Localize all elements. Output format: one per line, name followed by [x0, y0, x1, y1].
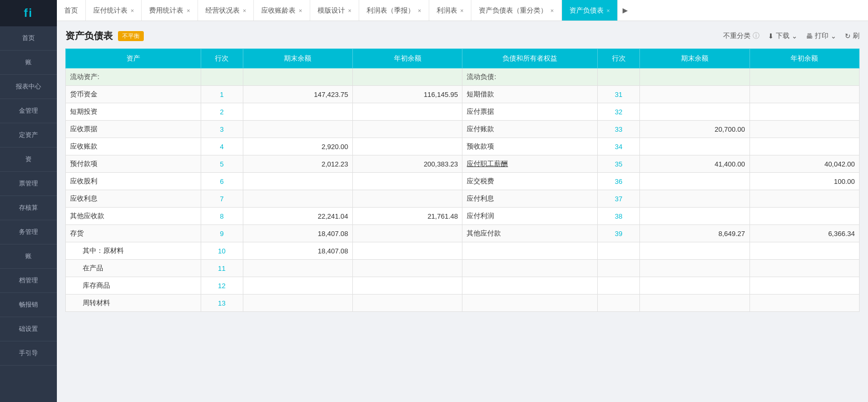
sidebar-item-settings[interactable]: 础设置	[0, 317, 57, 341]
row-num-left: 6	[201, 173, 243, 190]
begin-amount-left: 200,383.23	[353, 155, 462, 173]
end-amount-left: 147,423.75	[243, 86, 352, 103]
sidebar: fi 首页 账 报表中心 金管理 定资产 资 票管理 存核算 务管理 账 档管理…	[0, 0, 57, 402]
row-num-right: 36	[597, 173, 639, 190]
tab-balance-reclassified[interactable]: 资产负债表（重分类） ×	[471, 0, 561, 21]
tab-bar: 首页 应付统计表 × 费用统计表 × 经营状况表 × 应收账龄表 × 模版设计 …	[57, 0, 868, 21]
end-amount-left	[243, 121, 352, 138]
row-num-right	[597, 295, 639, 312]
tab-close-balance[interactable]: ×	[607, 7, 610, 14]
row-num-right	[597, 242, 639, 260]
begin-amount-right: 100.00	[749, 173, 859, 190]
page-header: 资产负债表 不平衡 不重分类 ⓘ ⬇ 下载 ⌄ 🖶 打印 ⌄	[65, 30, 860, 42]
sidebar-item-business-mgmt[interactable]: 务管理	[0, 220, 57, 244]
tab-payable-stats[interactable]: 应付统计表 ×	[86, 0, 142, 21]
liability-name: 其他应付款	[462, 225, 598, 242]
end-amount-left: 18,407.08	[243, 242, 352, 260]
table-row: 应收股利 6 应交税费 36 100.00	[66, 173, 860, 190]
asset-name: 短期投资	[66, 103, 201, 121]
row-num-left: 13	[201, 295, 243, 312]
begin-amount-left	[353, 103, 462, 121]
tab-close-operation-status[interactable]: ×	[243, 7, 246, 14]
tab-operation-status[interactable]: 经营状况表 ×	[198, 0, 254, 21]
download-btn[interactable]: ⬇ 下载 ⌄	[768, 31, 797, 41]
sidebar-item-expense[interactable]: 畅报销	[0, 293, 57, 317]
begin-amount-right	[749, 190, 859, 208]
asset-name: 应收票据	[66, 121, 201, 138]
asset-name: 其中：原材料	[66, 242, 201, 260]
tab-balance[interactable]: 资产负债表 ×	[562, 0, 618, 21]
tab-close-balance-reclassified[interactable]: ×	[550, 7, 554, 14]
asset-name: 其他应收款	[66, 208, 201, 225]
begin-amount-left	[353, 277, 462, 295]
asset-name: 预付款项	[66, 155, 201, 173]
tab-close-template-design[interactable]: ×	[348, 7, 351, 14]
tab-scroll-right[interactable]: ▶	[618, 0, 633, 21]
liability-name	[462, 295, 598, 312]
table-row: 周转材料 13	[66, 295, 860, 312]
begin-amount-left	[353, 242, 462, 260]
row-num-left: 12	[201, 277, 243, 295]
asset-name: 应收股利	[66, 173, 201, 190]
row-num-right: 38	[597, 208, 639, 225]
liability-name	[462, 260, 598, 277]
table-row: 库存商品 12	[66, 277, 860, 295]
end-amount-right	[640, 260, 749, 277]
sidebar-item-ticket-mgmt[interactable]: 票管理	[0, 172, 57, 196]
begin-amount-right: 6,366.34	[749, 225, 859, 242]
sidebar-item-fund-mgmt[interactable]: 金管理	[0, 99, 57, 123]
sidebar-item-fixed-assets[interactable]: 定资产	[0, 123, 57, 148]
tab-home[interactable]: 首页	[57, 0, 86, 21]
sidebar-item-guide[interactable]: 手引导	[0, 341, 57, 366]
sidebar-item-ledger[interactable]: 账	[0, 244, 57, 269]
tab-profit[interactable]: 利润表 ×	[429, 0, 471, 21]
tab-profit-quarterly[interactable]: 利润表（季报） ×	[359, 0, 429, 21]
asset-name: 库存商品	[66, 277, 201, 295]
table-row: 其中：原材料 10 18,407.08	[66, 242, 860, 260]
liability-name	[462, 242, 598, 260]
tab-close-profit[interactable]: ×	[460, 7, 463, 14]
sidebar-item-capital[interactable]: 资	[0, 148, 57, 172]
end-amount-right	[640, 295, 749, 312]
end-amount-right	[640, 208, 749, 225]
asset-name: 应收账款	[66, 138, 201, 155]
begin-amount-right	[749, 295, 859, 312]
tab-close-profit-quarterly[interactable]: ×	[418, 7, 421, 14]
help-icon: ⓘ	[753, 31, 760, 41]
asset-name: 货币资金	[66, 86, 201, 103]
row-num-left: 1	[201, 86, 243, 103]
tab-template-design[interactable]: 模版设计 ×	[310, 0, 359, 21]
tab-close-expense-stats[interactable]: ×	[186, 7, 190, 14]
row-num-left: 7	[201, 190, 243, 208]
print-btn[interactable]: 🖶 打印 ⌄	[806, 31, 836, 41]
sidebar-item-inventory[interactable]: 存核算	[0, 196, 57, 220]
tab-close-payable-stats[interactable]: ×	[131, 7, 134, 14]
unbalanced-badge: 不平衡	[118, 31, 144, 41]
refresh-btn[interactable]: ↻ 刷	[845, 31, 860, 41]
row-num-right: 37	[597, 190, 639, 208]
tab-receivable-aging[interactable]: 应收账龄表 ×	[254, 0, 310, 21]
sidebar-item-doc-mgmt[interactable]: 档管理	[0, 269, 57, 293]
table-row: 预付款项 5 2,012.23 200,383.23 应付职工薪酬 35 41,…	[66, 155, 860, 173]
begin-amount-left	[353, 260, 462, 277]
begin-amount-left	[353, 121, 462, 138]
row-num-right: 33	[597, 121, 639, 138]
tab-close-receivable-aging[interactable]: ×	[299, 7, 302, 14]
header-liability: 负债和所有者权益	[462, 49, 598, 68]
sidebar-item-account[interactable]: 账	[0, 51, 57, 75]
end-amount-right	[640, 173, 749, 190]
row-num-left: 4	[201, 138, 243, 155]
end-amount-right	[640, 103, 749, 121]
table-row: 应收账款 4 2,920.00 预收款项 34	[66, 138, 860, 155]
sidebar-item-report-center[interactable]: 报表中心	[0, 75, 57, 99]
begin-amount-left: 21,761.48	[353, 208, 462, 225]
sidebar-item-home[interactable]: 首页	[0, 26, 57, 51]
chevron-down-icon-print: ⌄	[831, 32, 836, 40]
begin-amount-right	[749, 260, 859, 277]
row-num-left: 11	[201, 260, 243, 277]
end-amount-left: 18,407.08	[243, 225, 352, 242]
row-num-left: 10	[201, 242, 243, 260]
row-num-right	[597, 277, 639, 295]
no-reclassify-btn[interactable]: 不重分类 ⓘ	[723, 31, 760, 41]
tab-expense-stats[interactable]: 费用统计表 ×	[142, 0, 198, 21]
